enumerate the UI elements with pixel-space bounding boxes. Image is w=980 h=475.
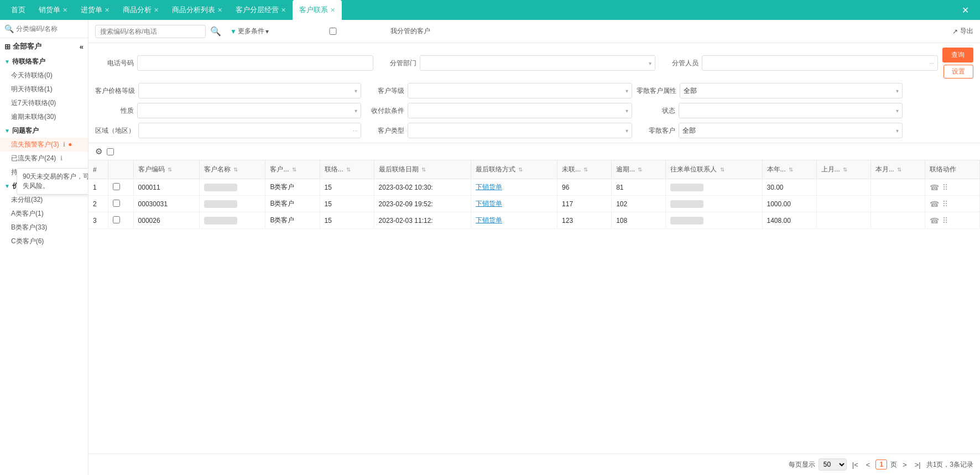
sort-icon[interactable]: ⇅ bbox=[421, 166, 426, 173]
query-button[interactable]: 查询 bbox=[942, 48, 973, 62]
sidebar-item-churn-warning[interactable]: 流失预警客户(3) ℹ ● bbox=[0, 138, 88, 152]
close-icon[interactable]: ✕ bbox=[217, 7, 222, 14]
row-checkbox[interactable] bbox=[113, 216, 120, 223]
next-page-button[interactable]: > bbox=[900, 460, 909, 470]
sort-icon[interactable]: ⇅ bbox=[346, 166, 351, 173]
sidebar-item-a-class[interactable]: A类客户(1) bbox=[0, 207, 88, 221]
sidebar-group-pending[interactable]: ▼ 待联络客户 bbox=[0, 55, 88, 69]
filter-retail-customer-select[interactable]: 全部 ▾ bbox=[679, 123, 903, 138]
sidebar-item-today[interactable]: 今天待联络(0) bbox=[0, 69, 88, 82]
sidebar-item-c-class[interactable]: C类客户(6) bbox=[0, 234, 88, 248]
filter-row-2: 客户价格等级 ▾ 客户等级 ▾ 零散客户属性 全部 bbox=[95, 83, 973, 98]
group-pending-label: 待联络客户 bbox=[12, 57, 45, 66]
cell-last-method[interactable]: 下销货单 bbox=[471, 179, 557, 196]
triangle-icon: ▼ bbox=[4, 183, 10, 189]
sidebar-item-tomorrow[interactable]: 明天待联络(1) bbox=[0, 82, 88, 96]
sidebar-item-churned[interactable]: 已流失客户(24) ℹ bbox=[0, 152, 88, 165]
filter-payment-select[interactable]: ▾ bbox=[408, 103, 632, 118]
action-contact-icon[interactable]: ☎ bbox=[930, 200, 939, 208]
per-page-select[interactable]: 50 100 bbox=[819, 458, 847, 471]
sidebar-search-input[interactable] bbox=[16, 25, 84, 33]
filter-department-select[interactable]: ▾ bbox=[420, 55, 656, 71]
table-row: 1 000011 B类客户 15 2023-03-02 10:30: 下销货单 … bbox=[88, 179, 980, 196]
cell-code: 00030031 bbox=[133, 196, 199, 212]
window-close-button[interactable]: ✕ bbox=[955, 5, 976, 15]
cell-last-method[interactable]: 下销货单 bbox=[471, 196, 557, 212]
nav-home[interactable]: 首页 bbox=[4, 0, 32, 20]
my-customers-checkbox-label[interactable]: 我分管的客户 bbox=[278, 27, 430, 36]
sort-icon[interactable]: ⇅ bbox=[583, 166, 588, 173]
sidebar-all-customers[interactable]: ⊞ 全部客户 « bbox=[0, 38, 88, 55]
sidebar-item-b-class[interactable]: B类客户(33) bbox=[0, 221, 88, 234]
close-icon[interactable]: ✕ bbox=[62, 7, 67, 14]
warning-icon: ● bbox=[68, 140, 72, 148]
sort-icon[interactable]: ⇅ bbox=[720, 166, 724, 173]
settings-button[interactable]: 设置 bbox=[943, 65, 973, 79]
cell-checkbox[interactable] bbox=[108, 212, 133, 229]
filter-panel: 电话号码 分管部门 ▾ 分管人员 ··· bbox=[88, 43, 980, 143]
sort-icon[interactable]: ⇅ bbox=[518, 166, 523, 173]
row-checkbox[interactable] bbox=[113, 183, 120, 190]
nav-product-analysis[interactable]: 商品分析 ✕ bbox=[116, 0, 165, 20]
close-icon[interactable]: ✕ bbox=[154, 7, 159, 14]
row-checkbox[interactable] bbox=[113, 200, 120, 207]
filter-button[interactable]: ▼ 更多条件 ▾ bbox=[226, 24, 273, 38]
sidebar-item-ungrouped[interactable]: 未分组(32) bbox=[0, 193, 88, 207]
nav-purchase[interactable]: 进货单 ✕ bbox=[74, 0, 116, 20]
sidebar-item-overdue[interactable]: 逾期未联络(30) bbox=[0, 110, 88, 124]
sidebar-group-problem[interactable]: ▼ 问题客户 bbox=[0, 124, 88, 138]
cell-index: 2 bbox=[88, 196, 108, 212]
filter-nature-select[interactable]: ▾ bbox=[137, 103, 361, 118]
collapse-icon[interactable]: « bbox=[80, 43, 84, 51]
sort-icon[interactable]: ⇅ bbox=[789, 166, 793, 173]
close-icon[interactable]: ✕ bbox=[105, 7, 110, 14]
cell-this-year: 1000.00 bbox=[762, 196, 816, 212]
filter-retail-attr: 零散客户属性 全部 ▾ bbox=[637, 83, 903, 98]
cell-last-method[interactable]: 下销货单 bbox=[471, 212, 557, 229]
filter-manager-select[interactable]: ··· bbox=[702, 55, 938, 71]
filter-phone-input[interactable] bbox=[137, 55, 373, 71]
action-more-icon[interactable]: ⠿ bbox=[942, 183, 948, 192]
nav-product-list[interactable]: 商品分析列表 ✕ bbox=[165, 0, 229, 20]
search-input[interactable] bbox=[95, 25, 206, 38]
close-icon[interactable]: ✕ bbox=[330, 7, 335, 14]
sort-icon[interactable]: ⇅ bbox=[168, 166, 172, 173]
current-page[interactable]: 1 bbox=[875, 460, 887, 469]
cell-checkbox[interactable] bbox=[108, 179, 133, 196]
action-contact-icon[interactable]: ☎ bbox=[930, 216, 939, 225]
col-actions: 联络动作 bbox=[925, 160, 979, 179]
cell-checkbox[interactable] bbox=[108, 196, 133, 212]
nav-product-list-label: 商品分析列表 bbox=[172, 5, 215, 15]
last-page-button[interactable]: >| bbox=[913, 460, 923, 470]
filter-price-level-select[interactable]: ▾ bbox=[138, 83, 361, 98]
sidebar-item-7days[interactable]: 近7天待联络(0) bbox=[0, 96, 88, 110]
close-icon[interactable]: ✕ bbox=[281, 7, 286, 14]
filter-region-select[interactable]: ··· bbox=[138, 123, 361, 138]
sort-icon[interactable]: ⇅ bbox=[638, 166, 642, 173]
my-customers-checkbox[interactable] bbox=[278, 28, 388, 35]
cell-actions: ☎ ⠿ bbox=[925, 196, 979, 212]
prev-page-button[interactable]: < bbox=[864, 460, 873, 470]
sort-icon[interactable]: ⇅ bbox=[897, 166, 901, 173]
export-button[interactable]: ↗ 导出 bbox=[952, 27, 973, 36]
select-all-checkbox[interactable] bbox=[107, 148, 114, 155]
search-button[interactable]: 🔍 bbox=[210, 26, 221, 36]
nav-sales[interactable]: 销货单 ✕ bbox=[32, 0, 74, 20]
sort-icon[interactable]: ⇅ bbox=[233, 166, 238, 173]
nav-customer-contact[interactable]: 客户联系 ✕ bbox=[293, 0, 342, 20]
action-more-icon[interactable]: ⠿ bbox=[942, 216, 948, 225]
first-page-button[interactable]: |< bbox=[850, 460, 861, 470]
filter-customer-level-select[interactable]: ▾ bbox=[408, 83, 632, 98]
filter-status-select[interactable]: ▾ bbox=[679, 103, 903, 118]
nav-customer-layer[interactable]: 客户分层经营 ✕ bbox=[229, 0, 293, 20]
filter-customer-type-select[interactable]: ▾ bbox=[408, 123, 632, 138]
filter-retail-attr-select[interactable]: 全部 ▾ bbox=[680, 83, 903, 98]
blurred-name bbox=[204, 217, 237, 225]
chevron-down-icon: ▾ bbox=[355, 88, 357, 94]
action-more-icon[interactable]: ⠿ bbox=[942, 200, 948, 208]
action-contact-icon[interactable]: ☎ bbox=[930, 183, 939, 192]
table-settings-icon[interactable]: ⚙ bbox=[95, 147, 102, 156]
sort-icon[interactable]: ⇅ bbox=[843, 166, 847, 173]
sort-icon[interactable]: ⇅ bbox=[292, 166, 296, 173]
cell-contact: 15 bbox=[320, 196, 374, 212]
